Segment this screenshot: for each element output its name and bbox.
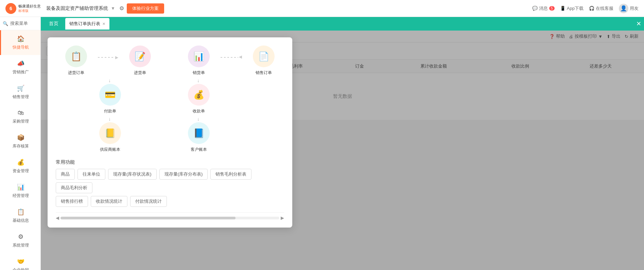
modal-scrollbar: ◀ ▶ bbox=[56, 212, 284, 220]
common-section-title: 常用功能 bbox=[56, 159, 284, 165]
sidebar-item-inventory[interactable]: 📦 库存核算 bbox=[0, 129, 40, 154]
common-btn-stock-dist[interactable]: 现存量(库存分布表) bbox=[159, 169, 208, 180]
message-badge: 5 bbox=[549, 6, 555, 11]
logo-icon: 6 bbox=[5, 3, 16, 14]
purchase-bill-label: 进货单 bbox=[134, 70, 146, 76]
app-download-item[interactable]: 📱 App下载 bbox=[560, 5, 584, 12]
tab-home[interactable]: 首页 bbox=[43, 18, 64, 30]
sidebar-item-purchase[interactable]: 🛍 采购管理 bbox=[0, 105, 40, 129]
tab-close-icon[interactable]: ✕ bbox=[102, 22, 105, 26]
quick-nav-modal: 📋 进货订单 ▶ bbox=[48, 37, 292, 228]
sales-order-label: 销售订单 bbox=[256, 70, 272, 76]
common-btn-payment-stats[interactable]: 付款情况统计 bbox=[130, 196, 167, 207]
common-btn-goods-profit[interactable]: 商品毛利分析 bbox=[56, 182, 92, 193]
scroll-right-icon[interactable]: ▶ bbox=[281, 215, 284, 220]
sidebar-item-system[interactable]: ⚙ 系统管理 bbox=[0, 228, 40, 253]
flow-node-purchase-order[interactable]: 📋 进货订单 bbox=[56, 46, 97, 76]
sidebar-item-label: 采购管理 bbox=[13, 119, 29, 124]
message-icon: 💬 bbox=[532, 6, 538, 11]
customer-account-label: 客户账本 bbox=[191, 147, 207, 152]
sidebar-item-sales[interactable]: 🛒 销售管理 bbox=[0, 80, 40, 105]
arrow-purchase-order-to-bill: ▶ bbox=[97, 55, 120, 60]
top-header: 6 畅康通好生意 标准版 装备及固定资产辅助管理系统 ▼ ⚙ 体验行业方案 💬 … bbox=[0, 0, 644, 17]
common-btn-sales-rank[interactable]: 销售排行榜 bbox=[56, 196, 88, 207]
sidebar-item-label: 企业协同 bbox=[13, 267, 29, 270]
sales-bill-circle[interactable]: 📊 bbox=[188, 46, 210, 67]
message-item[interactable]: 💬 消息 5 bbox=[532, 5, 555, 12]
operations-icon: 📊 bbox=[17, 183, 24, 191]
avatar: 👤 bbox=[619, 4, 628, 13]
system-title: 装备及固定资产辅助管理系统 bbox=[46, 5, 108, 12]
sidebar-item-label: 经营管理 bbox=[13, 193, 29, 199]
supplier-account-label: 供应商账本 bbox=[100, 147, 120, 152]
payment-circle[interactable]: 💳 bbox=[99, 84, 121, 106]
sidebar-item-label: 营销推广 bbox=[13, 69, 29, 75]
arrow-receipt-down: ↓ bbox=[197, 116, 199, 122]
flow-node-sales-bill[interactable]: 📊 销货单 bbox=[178, 46, 219, 76]
flow-section: 📋 进货订单 ▶ bbox=[56, 46, 284, 152]
tab-sales-order-execution[interactable]: 销售订单执行表 ✕ bbox=[65, 18, 109, 30]
common-btns-row2: 销售排行榜 收款情况统计 付款情况统计 bbox=[56, 196, 284, 207]
system-icon: ⚙ bbox=[18, 233, 23, 240]
flow-node-purchase-bill[interactable]: 📝 进货单 bbox=[120, 46, 160, 76]
user-item[interactable]: 👤 用友 bbox=[619, 4, 639, 13]
sales-icon: 🛒 bbox=[17, 85, 24, 92]
sidebar-item-operations[interactable]: 📊 经营管理 bbox=[0, 179, 40, 203]
search-icon: 🔍 bbox=[3, 21, 8, 26]
logo-text: 畅康通好生意 标准版 bbox=[18, 4, 41, 13]
enterprise-icon: 🤝 bbox=[17, 258, 24, 265]
online-service-item[interactable]: 🎧 在线客服 bbox=[589, 5, 613, 12]
scrollbar-track[interactable] bbox=[60, 217, 279, 219]
sidebar: 🔍 搜索菜单 🏠 快捷导航 📣 营销推广 🛒 销售管理 🛍 采购管理 📦 库存核… bbox=[0, 17, 41, 270]
logo-area: 6 畅康通好生意 标准版 bbox=[5, 3, 46, 14]
sidebar-item-finance[interactable]: 💰 资金管理 bbox=[0, 154, 40, 179]
sidebar-item-label: 快捷导航 bbox=[13, 44, 29, 50]
sidebar-item-basic-info[interactable]: 📋 基础信息 bbox=[0, 203, 40, 228]
flow-node-payment[interactable]: 💳 付款单 bbox=[90, 84, 130, 114]
purchase-bill-circle[interactable]: 📝 bbox=[129, 46, 151, 67]
common-btn-receipt-stats[interactable]: 收款情况统计 bbox=[91, 196, 127, 207]
common-section: 常用功能 商品 往来单位 现存量(库存状况表) 现存量(库存分布表) 销售毛利分… bbox=[56, 159, 284, 207]
sidebar-item-label: 基础信息 bbox=[13, 218, 29, 223]
purchase-order-circle[interactable]: 📋 bbox=[65, 46, 87, 67]
supplier-account-circle[interactable]: 📒 bbox=[99, 122, 121, 144]
scroll-left-icon[interactable]: ◀ bbox=[56, 215, 59, 220]
flow-node-sales-order[interactable]: 📄 销售订单 bbox=[243, 46, 284, 76]
dropdown-icon[interactable]: ▼ bbox=[111, 6, 115, 11]
sidebar-item-quick-nav[interactable]: 🏠 快捷导航 bbox=[0, 30, 40, 55]
tab-bar: 首页 销售订单执行表 ✕ ✕ bbox=[41, 17, 644, 31]
sidebar-item-marketing[interactable]: 📣 营销推广 bbox=[0, 55, 40, 80]
common-btn-goods[interactable]: 商品 bbox=[56, 169, 75, 180]
phone-icon: 📱 bbox=[560, 6, 565, 11]
sidebar-item-enterprise[interactable]: 🤝 企业协同 bbox=[0, 253, 40, 270]
sidebar-item-label: 库存核算 bbox=[13, 143, 29, 149]
sidebar-item-label: 系统管理 bbox=[13, 242, 29, 248]
flow-node-customer-account[interactable]: 📘 客户账本 bbox=[178, 122, 219, 152]
flow-node-receipt[interactable]: 💰 收款单 bbox=[178, 84, 219, 114]
sidebar-item-label: 销售管理 bbox=[13, 94, 29, 100]
trial-button[interactable]: 体验行业方案 bbox=[127, 3, 164, 14]
receipt-circle[interactable]: 💰 bbox=[188, 84, 210, 106]
arrow-purchase-bill-down: ↓ bbox=[108, 78, 111, 83]
system-title-area: 装备及固定资产辅助管理系统 ▼ ⚙ 体验行业方案 bbox=[46, 3, 532, 14]
arrow-payment-down: ↓ bbox=[108, 116, 111, 122]
sidebar-search[interactable]: 🔍 搜索菜单 bbox=[0, 17, 40, 30]
basic-info-icon: 📋 bbox=[17, 208, 24, 216]
purchase-order-label: 进货订单 bbox=[68, 70, 84, 76]
common-btn-sales-profit[interactable]: 销售毛利分析表 bbox=[210, 169, 251, 180]
sales-bill-label: 销货单 bbox=[193, 70, 205, 76]
inventory-icon: 📦 bbox=[17, 134, 24, 141]
customer-account-circle[interactable]: 📘 bbox=[188, 122, 210, 144]
headset-icon: 🎧 bbox=[589, 6, 594, 11]
tab-close-all-icon[interactable]: ✕ bbox=[636, 20, 641, 28]
modal-overlay: 📋 进货订单 ▶ bbox=[41, 31, 644, 270]
flow-node-supplier-account[interactable]: 📒 供应商账本 bbox=[90, 122, 130, 152]
finance-icon: 💰 bbox=[17, 159, 24, 166]
common-btn-partners[interactable]: 往来单位 bbox=[77, 169, 105, 180]
sales-order-circle[interactable]: 📄 bbox=[253, 46, 275, 67]
scrollbar-thumb bbox=[60, 217, 236, 219]
marketing-icon: 📣 bbox=[17, 60, 24, 67]
common-btn-stock-status[interactable]: 现存量(库存状况表) bbox=[108, 169, 157, 180]
gear-icon[interactable]: ⚙ bbox=[119, 5, 124, 12]
receipt-label: 收款单 bbox=[193, 108, 205, 114]
